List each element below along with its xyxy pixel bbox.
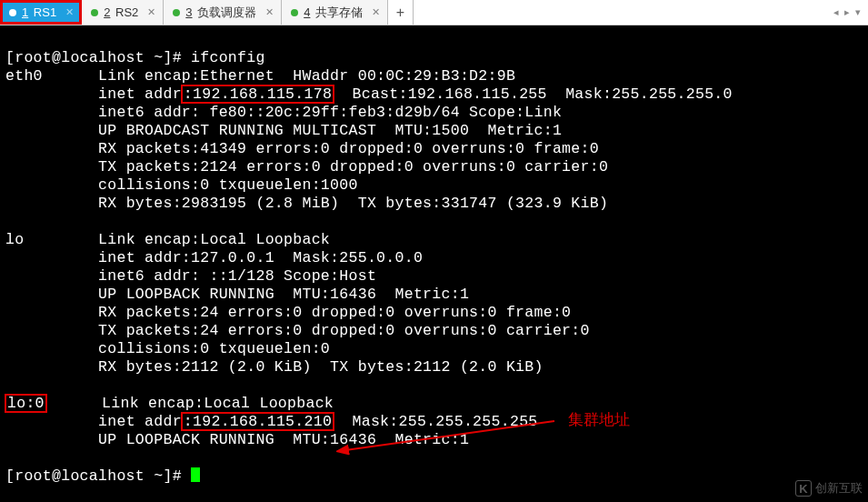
tab-menu-icon[interactable]: ▾: [855, 6, 861, 18]
tab-prev-icon[interactable]: ◂: [833, 6, 839, 18]
iface-name-lo0-highlight: lo:0: [5, 395, 46, 412]
watermark-logo-icon: K: [795, 480, 812, 497]
lo-tx: TX packets:24 errors:0 dropped:0 overrun…: [98, 322, 590, 339]
eth0-ip-highlight: :192.168.115.178: [182, 85, 334, 103]
lo0-inet-label: inet addr: [98, 413, 182, 430]
close-icon[interactable]: ✕: [265, 6, 274, 18]
close-icon[interactable]: ✕: [372, 6, 380, 18]
tab-number: 1: [22, 5, 28, 19]
tab-label: 共享存储: [315, 5, 363, 19]
new-tab-button[interactable]: +: [388, 0, 414, 25]
tab-nav: ◂ ▸ ▾: [826, 0, 868, 25]
close-icon[interactable]: ✕: [65, 6, 74, 18]
svg-line-0: [345, 421, 554, 450]
lo-inet6: inet6 addr: ::1/128 Scope:Host: [98, 267, 376, 285]
eth0-bytes: RX bytes:2983195 (2.8 MiB) TX bytes:3317…: [98, 195, 608, 212]
eth0-coll: collisions:0 txqueuelen:1000: [98, 176, 358, 194]
lo-flags: UP LOOPBACK RUNNING MTU:16436 Metric:1: [98, 286, 469, 303]
status-dot-icon: [291, 9, 298, 16]
lo-inet: inet addr:127.0.0.1 Mask:255.0.0.0: [98, 249, 423, 266]
watermark-text: 创新互联: [815, 480, 863, 497]
lo-link: Link encap:Local Loopback: [98, 231, 330, 248]
tab-label: RS1: [34, 5, 56, 19]
status-dot-icon: [91, 9, 98, 16]
tab-rs1[interactable]: 1 RS1 ✕: [0, 0, 82, 25]
tab-load-scheduler[interactable]: 3 负载调度器 ✕: [164, 0, 282, 25]
eth0-tx: TX packets:2124 errors:0 dropped:0 overr…: [98, 158, 608, 176]
eth0-inet-label: inet addr: [98, 85, 182, 103]
lo-coll: collisions:0 txqueuelen:0: [98, 340, 330, 357]
watermark: K 创新互联: [795, 480, 863, 497]
close-icon[interactable]: ✕: [147, 6, 155, 18]
lo0-link: Link encap:Local Loopback: [102, 395, 334, 412]
shell-prompt: [root@localhost ~]#: [5, 49, 182, 66]
tab-bar: 1 RS1 ✕ 2 RS2 ✕ 3 负载调度器 ✕ 4 共享存储 ✕ + ◂ ▸…: [0, 0, 868, 25]
tab-next-icon[interactable]: ▸: [844, 6, 850, 18]
eth0-inet6: inet6 addr: fe80::20c:29ff:feb3:d29b/64 …: [98, 104, 562, 121]
iface-name-lo: lo: [5, 231, 24, 248]
tab-rs2[interactable]: 2 RS2 ✕: [82, 0, 164, 25]
lo-bytes: RX bytes:2112 (2.0 KiB) TX bytes:2112 (2…: [98, 358, 544, 376]
tab-number: 4: [304, 5, 310, 19]
eth0-inet-rest: Bcast:192.168.115.255 Mask:255.255.255.0: [334, 85, 733, 103]
shell-prompt: [root@localhost ~]#: [5, 467, 182, 485]
tab-number: 2: [104, 5, 110, 19]
tab-number: 3: [185, 5, 192, 19]
lo-rx: RX packets:24 errors:0 dropped:0 overrun…: [98, 304, 571, 321]
tab-label: 负载调度器: [197, 5, 256, 19]
annotation-label: 集群地址: [568, 409, 630, 430]
lo0-ip-highlight: :192.168.115.210: [182, 413, 334, 430]
iface-name-eth0: eth0: [5, 67, 43, 85]
eth0-rx: RX packets:41349 errors:0 dropped:0 over…: [98, 140, 599, 157]
tab-label: RS2: [115, 5, 138, 19]
status-dot-icon: [173, 9, 180, 16]
annotation-arrow-icon: [336, 414, 564, 459]
tab-shared-storage[interactable]: 4 共享存储 ✕: [282, 0, 388, 25]
eth0-flags: UP BROADCAST RUNNING MULTICAST MTU:1500 …: [98, 122, 562, 139]
shell-command: ifconfig: [191, 49, 265, 66]
status-dot-icon: [9, 9, 16, 16]
eth0-link: Link encap:Ethernet HWaddr 00:0C:29:B3:D…: [98, 67, 515, 85]
cursor-icon: [191, 467, 200, 482]
